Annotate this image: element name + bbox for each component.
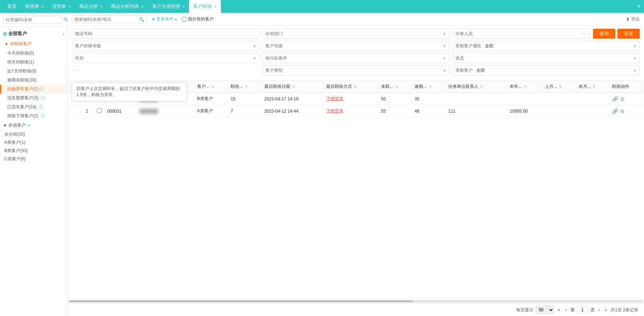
more-conditions-btn[interactable]: ▼ 更多条件 ∧ xyxy=(149,15,180,23)
sidebar-item-repurchase-abnormal[interactable]: 回购异常客户(2) ⓘ xyxy=(0,85,67,94)
sidebar-item-c-class[interactable]: C类客户(6) xyxy=(0,155,67,163)
close-sales-tab[interactable]: × xyxy=(41,4,43,9)
dept-arrow: ∨ xyxy=(443,31,446,36)
close-analysis-tab[interactable]: × xyxy=(100,4,102,9)
th-uncontact[interactable]: 未联... ⇅ xyxy=(379,81,412,93)
filter-icon: ▼ xyxy=(151,17,156,22)
close-customer-tier-tab[interactable]: × xyxy=(182,4,185,9)
th-this-month[interactable]: 本月... ⇅ xyxy=(576,81,610,93)
manager-filter[interactable]: 分管人员 ··· xyxy=(452,29,590,39)
retail-customer-arrow: ∨ xyxy=(633,68,636,73)
repurchase-info-icon[interactable]: ⓘ xyxy=(40,86,44,92)
row2-checkbox[interactable] xyxy=(97,108,102,113)
close-all-tabs[interactable]: × xyxy=(637,3,640,10)
sort-last-month: ⇅ xyxy=(559,85,562,89)
value-customer-section[interactable]: ▼ 价值客户 ✏ xyxy=(0,121,67,130)
nav-customer-contact[interactable]: 客户联络 × xyxy=(189,0,221,13)
horizontal-scrollbar[interactable] xyxy=(68,298,644,303)
close-customer-contact-tab[interactable]: × xyxy=(214,4,216,9)
scroll-thumb[interactable] xyxy=(69,300,413,302)
row2-last-method[interactable]: 下销货单 xyxy=(324,105,379,117)
all-customers-header[interactable]: ⊞ 全部客户 › xyxy=(0,28,67,39)
row2-check[interactable] xyxy=(93,105,105,117)
retail-customer-filter[interactable]: 零散客户 全部 ∨ xyxy=(452,65,640,75)
settings-button[interactable]: 设置 xyxy=(617,29,640,39)
advanced-filter: 电话号码 分管部门 ∨ 分管人员 ··· 查询 设置 xyxy=(68,26,644,81)
sidebar-item-overdue-pending[interactable]: 逾期未联络(30) xyxy=(0,76,67,85)
row1-last-method[interactable]: 下销货单 xyxy=(324,93,379,105)
nav-customer-tier[interactable]: 客户分层经营 × xyxy=(148,0,189,13)
sidebar-tree: ⊞ 全部客户 › ▼ 待联络客户 今天待联络(0) 明天待联络(1) 近7天待联… xyxy=(0,27,67,316)
prev-page-btn[interactable]: ‹ xyxy=(564,307,568,313)
edit-icon[interactable]: ✏ xyxy=(27,123,31,128)
th-last-contact-date[interactable]: 最后联络日期 ⇅ xyxy=(262,81,324,93)
sidebar-item-b-class[interactable]: B类客户(33) xyxy=(0,147,67,155)
nav-purchase[interactable]: 进货单 × xyxy=(48,0,75,13)
customer-type-filter[interactable]: 客户类型 ∨ xyxy=(262,65,450,75)
row1-last-date: 2023-04-17 14:19: xyxy=(262,93,324,105)
sidebar-search-icon[interactable]: 🔍 xyxy=(63,17,68,22)
th-last-month[interactable]: 上月... ⇅ xyxy=(543,81,576,93)
gender-arrow: ∨ xyxy=(253,56,256,61)
page-input[interactable] xyxy=(577,306,588,313)
sidebar-item-ungrouped[interactable]: 未分组(32) xyxy=(0,130,67,138)
my-customer-checkbox[interactable]: 我分管的客户 xyxy=(182,16,214,22)
th-type[interactable]: 客户... ⇅ xyxy=(195,81,228,93)
th-last-contact-method[interactable]: 最后联络方式 ⇅ xyxy=(324,81,379,93)
th-contact[interactable]: 联络... ⇅ xyxy=(228,81,262,93)
price-level-filter[interactable]: 客户价格等级 ∨ xyxy=(72,41,259,51)
filter-row-2: 客户价格等级 ∨ 客户等级 ∨ 零散客户属性 全部 ∨ xyxy=(72,41,640,51)
sidebar-item-7day-pending[interactable]: 近7天待联络(0) xyxy=(0,67,67,76)
payment-filter[interactable]: 收付款条件 ∨ xyxy=(262,53,450,63)
sidebar-item-lost-customers[interactable]: 已流失客户(24) ⓘ xyxy=(0,103,67,112)
nav-sales[interactable]: 销货单 × xyxy=(21,0,48,13)
gender-filter[interactable]: 性别 ∨ xyxy=(72,53,259,63)
nav-analysis[interactable]: 商品分析 × xyxy=(75,0,107,13)
sort-uncontact: ⇅ xyxy=(395,85,398,89)
row1-link-icon[interactable]: 🔗 xyxy=(612,96,618,102)
row1-grid-icon[interactable]: ⊞ xyxy=(620,96,625,102)
next-page-btn[interactable]: › xyxy=(597,307,601,313)
search-input[interactable] xyxy=(74,17,139,22)
row1-overdue: 35 xyxy=(412,93,446,105)
sidebar-item-loss-warning[interactable]: 流失预警客户(3) ⓘ xyxy=(0,94,67,103)
row1-this-month xyxy=(576,93,610,105)
sort-partner: ⇅ xyxy=(480,85,483,89)
sidebar-search-input[interactable] xyxy=(3,16,62,24)
dept-filter[interactable]: 分管部门 ∨ xyxy=(262,29,450,39)
search-box[interactable]: 🔍 xyxy=(72,15,147,23)
pending-section-label[interactable]: ▼ 待联络客户 xyxy=(0,39,67,49)
status-filter[interactable]: 状态 ∨ xyxy=(452,53,640,63)
nav-analysis-list[interactable]: 商品分析列表 × xyxy=(107,0,148,13)
row2-action-icons: 🔗 ⊞ xyxy=(612,108,641,114)
first-page-btn[interactable]: « xyxy=(556,307,562,313)
th-this-year[interactable]: 本年... ⇅ xyxy=(508,81,543,93)
customer-level-filter[interactable]: 客户等级 ∨ xyxy=(262,41,450,51)
row2-grid-icon[interactable]: ⊞ xyxy=(620,108,625,114)
th-overdue[interactable]: 逾期... ⇅ xyxy=(412,81,446,93)
manager-filter-wrapper: 分管人员 ··· 查询 设置 xyxy=(452,29,640,39)
sort-contact: ⇅ xyxy=(245,85,248,89)
last-page-btn[interactable]: » xyxy=(603,307,609,313)
close-analysis-list-tab[interactable]: × xyxy=(141,4,143,9)
sidebar-item-today-pending[interactable]: 今天待联络(0) xyxy=(0,49,67,58)
sort-overdue: ⇅ xyxy=(429,85,432,89)
row1-type: B类客户 xyxy=(195,93,228,105)
close-purchase-tab[interactable]: × xyxy=(68,4,70,9)
export-btn[interactable]: ⬆ 导出 xyxy=(626,16,640,22)
sidebar-search-area: 🔍 xyxy=(0,13,67,27)
sidebar-item-tomorrow-pending[interactable]: 明天待联络(1) xyxy=(0,58,67,67)
page-size-select[interactable]: 50 xyxy=(536,306,554,314)
sidebar-item-declining[interactable]: 持续下滑客户(2) ⓘ xyxy=(0,112,67,121)
scroll-track[interactable] xyxy=(69,300,643,302)
phone-filter[interactable]: 电话号码 xyxy=(72,29,259,39)
retail-attr-filter[interactable]: 零散客户属性 全部 ∨ xyxy=(452,41,640,51)
nav-home[interactable]: 首页 xyxy=(3,0,21,13)
my-customer-check[interactable] xyxy=(182,17,186,22)
query-button[interactable]: 查询 xyxy=(593,29,615,39)
extra-filter-cell: ··· xyxy=(72,67,259,74)
sidebar-item-a-class[interactable]: A类客户(1) xyxy=(0,138,67,147)
row2-link-icon[interactable]: 🔗 xyxy=(612,108,618,114)
sort-this-month: ⇅ xyxy=(593,85,596,89)
th-partner-contact[interactable]: 往来单位联系人 ⇅ xyxy=(446,81,508,93)
